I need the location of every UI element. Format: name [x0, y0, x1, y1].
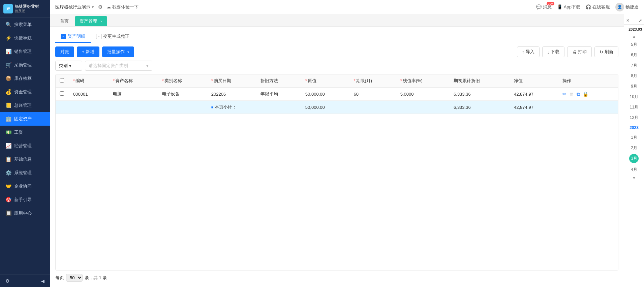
app-download-label: App下载 — [564, 4, 580, 10]
th-initial-depreciation: 期初累计折旧 — [450, 74, 510, 88]
company-name: 医疗器械行业演示 — [55, 4, 90, 10]
month-10[interactable]: 10月 — [628, 92, 640, 101]
sidebar: 好 畅捷通好业财 普及版 🔍 搜索菜单 ⚡ 快捷导航 📊 销售管理 🛒 采购管理… — [0, 0, 50, 287]
edit-icon[interactable]: ✏ — [562, 91, 566, 97]
sidebar-item-quick-nav[interactable]: ⚡ 快捷导航 — [0, 31, 50, 45]
month-5[interactable]: 5月 — [628, 40, 640, 49]
category-select-label[interactable]: 类别 ▾ — [55, 61, 82, 71]
logo-icon: 好 — [3, 4, 13, 13]
search-icon: 🔍 — [5, 22, 11, 28]
row-checkbox[interactable] — [60, 91, 64, 96]
ledger-icon: 📒 — [5, 102, 11, 108]
user-area[interactable]: 👤 畅捷通 — [615, 3, 639, 11]
sidebar-item-operations[interactable]: 📈 经营管理 — [0, 139, 50, 153]
message-icon: 💬 — [536, 4, 542, 9]
sidebar-item-enterprise[interactable]: 🤝 企业协同 — [0, 180, 50, 193]
refresh-label: 刷新 — [605, 49, 613, 55]
change-voucher-icon: ≡ — [96, 34, 101, 39]
select-all-checkbox[interactable] — [60, 78, 64, 83]
category-value-select[interactable]: 请选择固定资产类别 ▾ — [85, 61, 152, 71]
close-icon[interactable]: × — [100, 19, 102, 23]
top-bar: 医疗器械行业演示 ▾ ⚙ ☁ 我要体验一下 💬 消息 99+ 📱 App下载 🎧… — [50, 0, 644, 14]
sidebar-item-basic-info[interactable]: 📋 基础信息 — [0, 153, 50, 166]
year-label: 2023.03 — [624, 26, 644, 33]
td-net-value: 42,874.97 — [510, 88, 558, 101]
sidebar-item-salary[interactable]: 💵 工资 — [0, 126, 50, 139]
month-8[interactable]: 8月 — [628, 71, 640, 81]
th-code: *编码 — [69, 74, 109, 88]
month-11[interactable]: 11月 — [628, 103, 640, 112]
sub-tabs: ≡ 资产明细 ≡ 变更生成凭证 — [55, 31, 618, 43]
sub-tab-asset-detail[interactable]: ≡ 资产明细 — [55, 31, 91, 43]
th-asset-name: *资产名称 — [109, 74, 158, 88]
td-depreciation-method: 年限平均 — [256, 88, 301, 101]
month-4[interactable]: 4月 — [628, 165, 640, 174]
sidebar-item-system[interactable]: ⚙️ 系统管理 — [0, 166, 50, 180]
message-btn[interactable]: 💬 消息 99+ — [536, 4, 552, 10]
gear-icon[interactable]: ⚙ — [98, 4, 102, 10]
new-button[interactable]: + 新增 — [77, 46, 99, 57]
sidebar-item-sales[interactable]: 📊 销售管理 — [0, 45, 50, 58]
sidebar-item-purchase[interactable]: 🛒 采购管理 — [0, 58, 50, 72]
asset-detail-icon: ≡ — [61, 34, 66, 39]
experience-btn[interactable]: ☁ 我要体验一下 — [106, 4, 139, 10]
settings-icon[interactable]: ⚙ — [5, 278, 10, 284]
sidebar-item-guide[interactable]: 🎯 新手引导 — [0, 193, 50, 206]
content-area: 首页 资产管理 × ≡ 资产明细 ≡ 变更生成凭证 — [50, 14, 644, 287]
copy-icon[interactable]: ⧉ — [577, 91, 580, 97]
month-12[interactable]: 12月 — [628, 113, 640, 122]
close-panel-icon[interactable]: ✕ — [626, 18, 630, 23]
collapse-button[interactable]: ◀ — [41, 279, 44, 284]
refresh-button[interactable]: ↻ 刷新 — [594, 46, 618, 57]
sidebar-item-label: 新手引导 — [14, 197, 32, 203]
enterprise-icon: 🤝 — [5, 183, 11, 189]
export-button[interactable]: ↑ 导入 — [517, 46, 540, 57]
th-actions: 操作 — [558, 74, 618, 88]
tab-home[interactable]: 首页 — [55, 16, 73, 26]
asset-table: *编码 *资产名称 *类别名称 *购买日期 折旧方法 *原值 *期限(月) *残… — [55, 74, 618, 270]
sidebar-item-search[interactable]: 🔍 搜索菜单 — [0, 18, 50, 31]
delete-icon[interactable]: 🗑 — [569, 91, 574, 97]
cloud-icon: ☁ — [106, 4, 111, 9]
filter-row: 类别 ▾ 请选择固定资产类别 ▾ — [55, 61, 618, 71]
online-service-btn[interactable]: 🎧 在线客服 — [586, 4, 610, 10]
page-size-select[interactable]: 50 — [66, 274, 83, 282]
sidebar-nav: 🔍 搜索菜单 ⚡ 快捷导航 📊 销售管理 🛒 采购管理 📦 库存核算 💰 资金管… — [0, 18, 50, 275]
print-icon: 🖨 — [572, 50, 577, 55]
sidebar-item-capital[interactable]: 💰 资金管理 — [0, 85, 50, 99]
month-2[interactable]: 2月 — [628, 144, 640, 153]
sidebar-item-app-center[interactable]: 🔲 应用中心 — [0, 206, 50, 220]
lock-icon[interactable]: 🔒 — [583, 91, 588, 97]
td-code: 000001 — [69, 88, 109, 101]
logo-text-block: 畅捷通好业财 普及版 — [15, 4, 39, 13]
month-9[interactable]: 9月 — [628, 82, 640, 91]
print-button[interactable]: 🖨 打印 — [567, 46, 592, 57]
tab-asset-management[interactable]: 资产管理 × — [75, 16, 107, 26]
reconcile-button[interactable]: 对账 — [55, 46, 74, 57]
download-button[interactable]: ↓ 下载 — [542, 46, 565, 57]
print-label: 打印 — [578, 49, 587, 55]
scroll-down-icon[interactable]: ▼ — [632, 176, 636, 180]
page-content: 首页 资产管理 × ≡ 资产明细 ≡ 变更生成凭证 — [50, 14, 624, 287]
tab-label: 资产管理 — [80, 19, 97, 24]
scroll-up-icon[interactable]: ▲ — [632, 34, 636, 39]
month-6[interactable]: 6月 — [628, 51, 640, 60]
sidebar-item-fixed-assets[interactable]: 🏢 固定资产 — [0, 112, 50, 126]
th-period: *期限(月) — [349, 74, 396, 88]
td-subtotal-period-empty — [349, 101, 450, 114]
sidebar-item-ledger[interactable]: 📒 总账管理 — [0, 99, 50, 112]
sidebar-item-label: 工资 — [14, 129, 23, 135]
experience-label: 我要体验一下 — [112, 4, 139, 10]
month-1[interactable]: 1月 — [628, 133, 640, 142]
batch-ops-button[interactable]: 批量操作 ▾ — [102, 46, 134, 57]
sidebar-item-label: 销售管理 — [14, 49, 32, 55]
guide-icon: 🎯 — [5, 197, 11, 203]
month-7[interactable]: 7月 — [628, 61, 640, 70]
month-3-active[interactable]: 3月 — [629, 154, 639, 163]
app-name: 畅捷通好业财 — [15, 4, 39, 9]
sub-tab-change-voucher[interactable]: ≡ 变更生成凭证 — [91, 31, 135, 43]
expand-panel-icon[interactable]: ⤢ — [639, 18, 642, 23]
year-2023-label: 2023 — [628, 124, 640, 132]
sidebar-item-inventory[interactable]: 📦 库存核算 — [0, 72, 50, 85]
app-download-btn[interactable]: 📱 App下载 — [557, 4, 580, 10]
